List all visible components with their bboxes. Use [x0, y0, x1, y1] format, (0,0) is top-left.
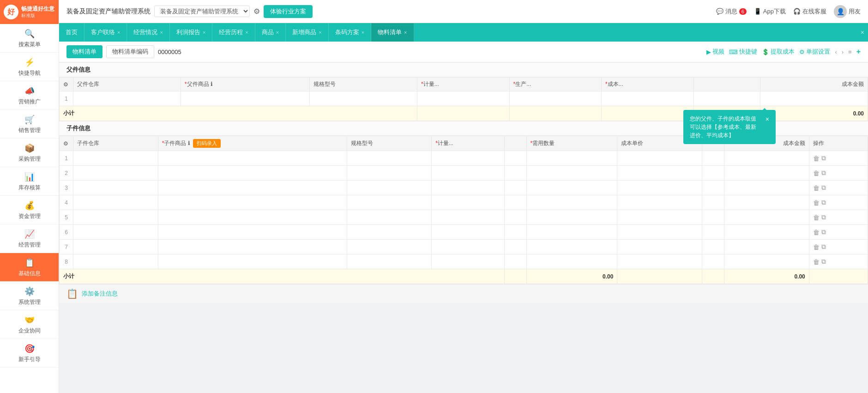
app-download-btn[interactable]: 📱 App下载: [754, 7, 786, 16]
child-product-2[interactable]: [158, 166, 347, 181]
sidebar-item-search[interactable]: 🔍 搜索菜单: [0, 24, 59, 53]
delete-icon-8[interactable]: 🗑: [813, 258, 820, 266]
sidebar-item-purchase[interactable]: 📦 采购管理: [0, 139, 59, 167]
parent-unit-cell[interactable]: [417, 91, 509, 106]
child-th-settings[interactable]: ⚙: [60, 136, 73, 151]
tab-new-product-close[interactable]: ×: [319, 30, 321, 35]
copy-icon-4[interactable]: ⧉: [821, 199, 826, 206]
child-warehouse-2[interactable]: [73, 166, 158, 181]
tab-history-close[interactable]: ×: [245, 30, 248, 35]
tab-operations-close[interactable]: ×: [160, 30, 163, 35]
parent-cost-cell[interactable]: [602, 91, 693, 106]
tab-barcode-close[interactable]: ×: [362, 30, 364, 35]
copy-icon-6[interactable]: ⧉: [821, 228, 826, 236]
online-service-btn[interactable]: 🎧 在线客服: [793, 7, 826, 16]
copy-icon-2[interactable]: ⧉: [821, 169, 826, 177]
sidebar-item-quicknav[interactable]: ⚡ 快捷导航: [0, 53, 59, 81]
delete-icon-6[interactable]: 🗑: [813, 229, 820, 236]
child-warehouse-1[interactable]: [73, 151, 158, 166]
list-view-btn[interactable]: ≡: [848, 48, 852, 55]
child-unit-cost-1[interactable]: [617, 151, 702, 166]
child-subtotal-label: 小计: [60, 269, 505, 284]
tab-customers-close[interactable]: ×: [117, 30, 120, 35]
parent-th-warehouse: 父件仓库: [73, 78, 181, 91]
delete-icon-4[interactable]: 🗑: [813, 199, 820, 206]
sidebar-item-basic[interactable]: 📋 基础信息: [0, 253, 59, 282]
tooltip-close-btn[interactable]: ×: [766, 115, 769, 124]
delete-icon-5[interactable]: 🗑: [813, 214, 820, 221]
child-row-5: 5 🗑⧉: [60, 210, 868, 225]
settings-icon[interactable]: ⚙: [253, 7, 260, 16]
parent-production-cell[interactable]: [509, 91, 601, 106]
sidebar-item-collab[interactable]: 🤝 企业协同: [0, 310, 59, 339]
child-qty-2[interactable]: [526, 166, 617, 181]
user-menu-btn[interactable]: 👤 用友: [834, 5, 861, 18]
tab-home[interactable]: 首页: [59, 23, 84, 42]
page-footer[interactable]: 📋 添加备注信息: [59, 284, 868, 303]
sidebar-item-system[interactable]: ⚙️ 系统管理: [0, 282, 59, 310]
sidebar-item-inventory[interactable]: 📊 库存核算: [0, 167, 59, 196]
parent-warehouse-cell[interactable]: [73, 91, 181, 106]
child-spacer-1: [504, 151, 526, 166]
parent-th-settings[interactable]: ⚙: [60, 78, 73, 91]
child-product-1[interactable]: [158, 151, 347, 166]
add-btn[interactable]: +: [856, 48, 861, 56]
next-btn[interactable]: ›: [842, 48, 844, 55]
tab-bom[interactable]: 物料清单 ×: [371, 23, 414, 42]
system-selector[interactable]: 装备及固定资产辅助管理系统: [154, 6, 250, 17]
child-th-warehouse: 子件仓库: [73, 136, 158, 151]
tab-profit-close[interactable]: ×: [203, 30, 205, 35]
prev-btn[interactable]: ‹: [835, 48, 837, 55]
parent-th-cost-amount: 成本金额: [760, 78, 868, 91]
tab-operations[interactable]: 经营情况 ×: [127, 23, 169, 42]
sidebar-item-label: 基础信息: [18, 270, 41, 278]
sidebar-item-operation[interactable]: 📈 经营管理: [0, 224, 59, 253]
tab-products-close[interactable]: ×: [276, 30, 279, 35]
parent-spec-cell[interactable]: [310, 91, 417, 106]
page-inner: 物料清单 物料清单编码 0000005 ▶ 视频 ⌨ 快捷键 💲 提取成本 ⚙ …: [59, 42, 868, 303]
tab-profit[interactable]: 利润报告 ×: [170, 23, 212, 42]
sidebar-item-guide[interactable]: 🎯 新手引导: [0, 339, 59, 368]
copy-icon-3[interactable]: ⧉: [821, 184, 826, 192]
copy-icon-5[interactable]: ⧉: [821, 213, 826, 221]
delete-icon-2[interactable]: 🗑: [813, 169, 820, 177]
tab-customers[interactable]: 客户联络 ×: [84, 23, 127, 42]
delete-icon-3[interactable]: 🗑: [813, 184, 820, 192]
trial-button[interactable]: 体验行业方案: [264, 5, 313, 18]
sidebar-item-marketing[interactable]: 📣 营销推广: [0, 81, 59, 110]
tab-products[interactable]: 商品 ×: [255, 23, 286, 42]
scan-input-btn[interactable]: 扫码录入: [193, 139, 221, 148]
child-unit-1[interactable]: [432, 151, 504, 166]
sidebar-item-sales[interactable]: 🛒 销售管理: [0, 110, 59, 139]
tab-barcode[interactable]: 条码方案 ×: [329, 23, 371, 42]
delete-icon-1[interactable]: 🗑: [813, 155, 820, 162]
footer-add-notes: 添加备注信息: [82, 290, 118, 298]
extract-cost-btn[interactable]: 💲 提取成本: [762, 48, 795, 56]
parent-row-1: 1: [60, 91, 868, 106]
shortcut-btn[interactable]: ⌨ 快捷键: [729, 48, 757, 56]
child-qty-1[interactable]: [526, 151, 617, 166]
parent-product-cell[interactable]: [181, 91, 309, 106]
sidebar-item-finance[interactable]: 💰 资金管理: [0, 196, 59, 224]
copy-icon-1[interactable]: ⧉: [821, 154, 826, 162]
search-icon: 🔍: [24, 29, 35, 39]
close-all-btn[interactable]: ×: [857, 29, 868, 36]
doc-settings-btn[interactable]: ⚙ 单据设置: [799, 48, 830, 56]
child-unit-cost-2[interactable]: [617, 166, 702, 181]
message-btn[interactable]: 💬 消息 6: [716, 7, 747, 16]
view-btn[interactable]: ▶ 视频: [706, 48, 724, 56]
copy-icon-8[interactable]: ⧉: [821, 258, 826, 266]
sidebar-item-label: 搜索菜单: [18, 41, 41, 48]
tab-history[interactable]: 经营历程 ×: [212, 23, 255, 42]
copy-icon-7[interactable]: ⧉: [821, 243, 826, 251]
tab-new-product[interactable]: 新增商品 ×: [286, 23, 328, 42]
delete-icon-7[interactable]: 🗑: [813, 243, 820, 251]
child-spec-1[interactable]: [347, 151, 432, 166]
sidebar-item-label: 采购管理: [18, 155, 41, 163]
child-unit-2[interactable]: [432, 166, 504, 181]
sub-tab-bom[interactable]: 物料清单: [66, 45, 102, 58]
sub-tab-bom-code[interactable]: 物料清单编码: [106, 45, 154, 58]
tab-bom-close[interactable]: ×: [404, 30, 407, 35]
child-spec-2[interactable]: [347, 166, 432, 181]
sidebar-item-label: 库存核算: [18, 184, 41, 192]
